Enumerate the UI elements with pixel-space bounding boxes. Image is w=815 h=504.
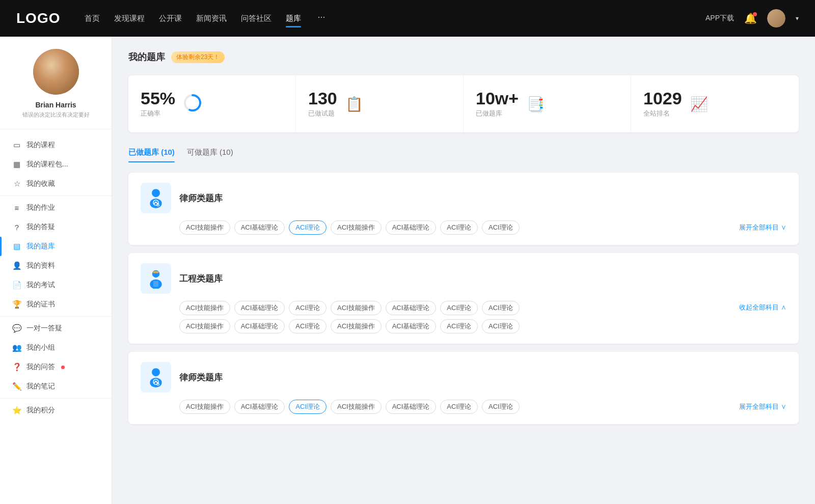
tag-2-4[interactable]: ACI基础理论 bbox=[386, 301, 437, 315]
tag-3-6[interactable]: ACI理论 bbox=[482, 400, 520, 414]
tag-3-2[interactable]: ACI理论 bbox=[289, 400, 327, 414]
sidebar-item-points[interactable]: ⭐ 我的积分 bbox=[0, 401, 112, 420]
avatar-chevron[interactable]: ▾ bbox=[796, 15, 799, 22]
tag-2b-2[interactable]: ACI理论 bbox=[289, 319, 327, 333]
tag-2b-0[interactable]: ACI技能操作 bbox=[179, 319, 230, 333]
sidebar-item-profile[interactable]: 👤 我的资料 bbox=[0, 256, 112, 275]
divider-1 bbox=[0, 195, 112, 196]
nav-open-course[interactable]: 公开课 bbox=[159, 12, 182, 25]
done-questions-value: 130 bbox=[308, 90, 337, 107]
tag-3-4[interactable]: ACI基础理论 bbox=[386, 400, 437, 414]
profile-name: Brian Harris bbox=[35, 101, 76, 109]
engineer-icon-svg bbox=[146, 268, 166, 289]
navbar: LOGO 首页 发现课程 公开课 新闻资讯 问答社区 题库 ··· APP下载 … bbox=[0, 0, 815, 37]
nav-home[interactable]: 首页 bbox=[85, 12, 100, 25]
tag-2-5[interactable]: ACI理论 bbox=[440, 301, 478, 315]
stat-accuracy: 55% 正确率 bbox=[128, 75, 296, 132]
profile-avatar bbox=[33, 49, 79, 95]
tag-3-5[interactable]: ACI理论 bbox=[440, 400, 478, 414]
tag-2b-6[interactable]: ACI理论 bbox=[482, 319, 520, 333]
tag-2-6[interactable]: ACI理论 bbox=[482, 301, 520, 315]
sidebar-label-notes: 我的笔记 bbox=[26, 382, 55, 391]
main-layout: Brian Harris 错误的决定比没有决定要好 ▭ 我的课程 ▦ 我的课程包… bbox=[0, 37, 815, 504]
nav-more[interactable]: ··· bbox=[317, 12, 325, 25]
sidebar-label-homework: 我的作业 bbox=[26, 203, 55, 212]
sidebar-item-1on1[interactable]: 💬 一对一答疑 bbox=[0, 319, 112, 338]
profile-icon: 👤 bbox=[12, 261, 21, 270]
tag-1-4[interactable]: ACI基础理论 bbox=[386, 220, 437, 235]
tab-done[interactable]: 已做题库 (10) bbox=[128, 143, 175, 162]
tag-1-6[interactable]: ACI理论 bbox=[482, 220, 520, 235]
accuracy-label: 正确率 bbox=[141, 109, 175, 118]
svg-rect-9 bbox=[153, 281, 158, 287]
tags-container-3: ACI技能操作 ACI基础理论 ACI理论 ACI技能操作 ACI基础理论 AC… bbox=[141, 400, 786, 414]
sidebar-item-favorites[interactable]: ☆ 我的收藏 bbox=[0, 174, 112, 193]
logo[interactable]: LOGO bbox=[16, 10, 60, 26]
tag-2b-5[interactable]: ACI理论 bbox=[440, 319, 478, 333]
tags-container-2: ACI技能操作 ACI基础理论 ACI理论 ACI技能操作 ACI基础理论 AC… bbox=[141, 301, 786, 333]
tag-1-0[interactable]: ACI技能操作 bbox=[179, 220, 230, 235]
sidebar-item-qa[interactable]: ? 我的答疑 bbox=[0, 217, 112, 237]
tag-2-1[interactable]: ACI基础理论 bbox=[234, 301, 285, 315]
done-questions-label: 已做试题 bbox=[308, 109, 337, 118]
sidebar-label-points: 我的积分 bbox=[26, 406, 55, 415]
profile-section: Brian Harris 错误的决定比没有决定要好 bbox=[0, 49, 112, 129]
notification-bell[interactable]: 🔔 bbox=[744, 12, 757, 24]
sidebar-label-1on1: 一对一答疑 bbox=[26, 324, 62, 333]
certificate-icon: 🏆 bbox=[12, 300, 21, 309]
collapse-btn-2[interactable]: 收起全部科目 ∧ bbox=[739, 303, 786, 312]
tag-2b-1[interactable]: ACI基础理论 bbox=[234, 319, 285, 333]
sidebar-label-profile: 我的资料 bbox=[26, 261, 55, 270]
nav-qa[interactable]: 问答社区 bbox=[241, 12, 271, 25]
sidebar: Brian Harris 错误的决定比没有决定要好 ▭ 我的课程 ▦ 我的课程包… bbox=[0, 37, 112, 504]
tag-1-2[interactable]: ACI理论 bbox=[289, 220, 327, 235]
tag-2b-4[interactable]: ACI基础理论 bbox=[386, 319, 437, 333]
tag-1-5[interactable]: ACI理论 bbox=[440, 220, 478, 235]
nav-discover[interactable]: 发现课程 bbox=[114, 12, 145, 25]
sidebar-item-notes[interactable]: ✏️ 我的笔记 bbox=[0, 377, 112, 396]
tabs: 已做题库 (10) 可做题库 (10) bbox=[128, 143, 799, 162]
qbank-header-1: 律师类题库 bbox=[141, 183, 786, 213]
tag-3-3[interactable]: ACI技能操作 bbox=[331, 400, 382, 414]
tab-available[interactable]: 可做题库 (10) bbox=[187, 143, 233, 162]
nav-news[interactable]: 新闻资讯 bbox=[196, 12, 227, 25]
expand-btn-1[interactable]: 展开全部科目 ∨ bbox=[739, 223, 786, 232]
tags-row-3: ACI技能操作 ACI基础理论 ACI理论 ACI技能操作 ACI基础理论 AC… bbox=[179, 400, 739, 414]
qa-badge bbox=[61, 366, 65, 369]
sidebar-item-question-bank[interactable]: ▤ 我的题库 bbox=[0, 237, 112, 256]
sidebar-item-my-qa[interactable]: ❓ 我的问答 bbox=[0, 357, 112, 377]
qbank-header-3: 律师类题库 bbox=[141, 362, 786, 393]
sidebar-item-certificate[interactable]: 🏆 我的证书 bbox=[0, 295, 112, 314]
tag-2b-3[interactable]: ACI技能操作 bbox=[331, 319, 382, 333]
sidebar-item-my-courses[interactable]: ▭ 我的课程 bbox=[0, 135, 112, 155]
tag-3-1[interactable]: ACI基础理论 bbox=[234, 400, 285, 414]
accuracy-icon bbox=[183, 94, 202, 114]
favorites-icon: ☆ bbox=[12, 179, 21, 188]
sidebar-label-certificate: 我的证书 bbox=[26, 300, 55, 309]
1on1-icon: 💬 bbox=[12, 324, 21, 333]
app-download[interactable]: APP下载 bbox=[705, 14, 734, 23]
sidebar-item-course-package[interactable]: ▦ 我的课程包... bbox=[0, 155, 112, 174]
sidebar-label-favorites: 我的收藏 bbox=[26, 179, 55, 188]
sidebar-label-my-qa: 我的问答 bbox=[26, 362, 55, 372]
user-avatar[interactable] bbox=[767, 9, 785, 27]
sidebar-item-homework[interactable]: ≡ 我的作业 bbox=[0, 198, 112, 217]
nav-questions[interactable]: 题库 bbox=[286, 12, 301, 25]
tag-1-1[interactable]: ACI基础理论 bbox=[234, 220, 285, 235]
lawyer-icon-svg-1 bbox=[146, 188, 166, 208]
main-content: 我的题库 体验剩余23天！ 55% 正确率 130 bbox=[112, 37, 815, 504]
svg-point-10 bbox=[152, 368, 160, 376]
tags-row-1: ACI技能操作 ACI基础理论 ACI理论 ACI技能操作 ACI基础理论 AC… bbox=[179, 220, 739, 235]
tag-2-0[interactable]: ACI技能操作 bbox=[179, 301, 230, 315]
tag-2-3[interactable]: ACI技能操作 bbox=[331, 301, 382, 315]
expand-btn-3[interactable]: 展开全部科目 ∨ bbox=[739, 402, 786, 411]
tag-3-0[interactable]: ACI技能操作 bbox=[179, 400, 230, 414]
points-icon: ⭐ bbox=[12, 406, 21, 415]
sidebar-item-exam[interactable]: 📄 我的考试 bbox=[0, 275, 112, 295]
tag-2-2[interactable]: ACI理论 bbox=[289, 301, 327, 315]
sidebar-label-course-package: 我的课程包... bbox=[26, 160, 68, 169]
sidebar-item-group[interactable]: 👥 我的小组 bbox=[0, 338, 112, 357]
qbank-icon: ▤ bbox=[12, 242, 21, 251]
divider-2 bbox=[0, 316, 112, 317]
tag-1-3[interactable]: ACI技能操作 bbox=[331, 220, 382, 235]
